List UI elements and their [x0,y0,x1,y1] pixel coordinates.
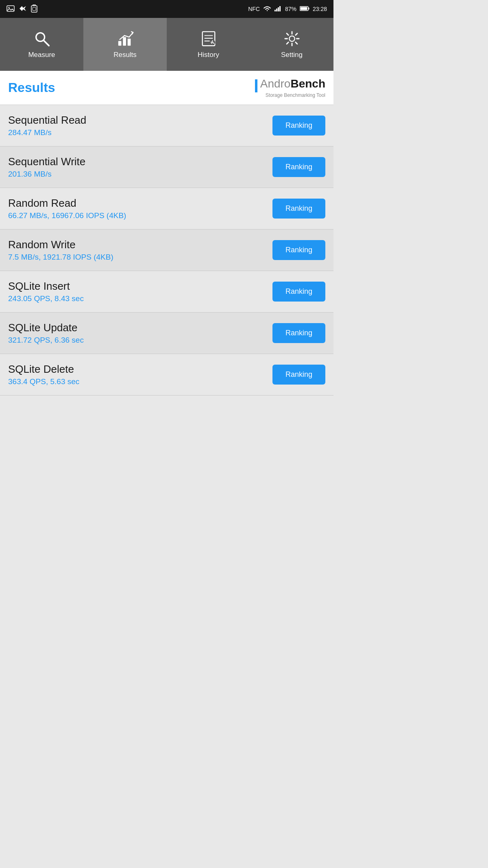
tab-setting-label: Setting [281,51,303,59]
wifi-icon [263,5,271,13]
result-value: 7.5 MB/s, 1921.78 IOPS (4KB) [8,253,272,262]
ranking-button[interactable]: Ranking [272,199,325,219]
result-info: SQLite Update321.72 QPS, 6.36 sec [8,321,272,345]
sim-icon [31,4,37,14]
status-bar-left [7,4,37,14]
time-display: 23:28 [313,6,327,12]
svg-line-12 [44,41,48,46]
tab-measure[interactable]: Measure [0,18,83,71]
result-info: Sequential Write201.36 MB/s [8,155,272,179]
result-item: Sequential Write201.36 MB/sRanking [0,146,333,188]
result-item: SQLite Delete363.4 QPS, 5.63 secRanking [0,354,333,396]
svg-rect-9 [308,8,309,10]
svg-rect-3 [33,7,36,11]
svg-point-21 [289,36,294,41]
logo-text: AndroBench [255,77,325,92]
image-icon [7,5,15,13]
result-name: SQLite Insert [8,280,272,293]
result-name: SQLite Delete [8,363,272,376]
search-icon [33,30,51,48]
ranking-button[interactable]: Ranking [272,116,325,136]
status-bar-right: NFC 87% 23:28 [248,5,327,13]
svg-rect-5 [276,9,277,11]
status-bar: NFC 87% 23:28 [0,0,333,18]
result-item: Random Write7.5 MB/s, 1921.78 IOPS (4KB)… [0,230,333,271]
result-item: Sequential Read284.47 MB/sRanking [0,105,333,146]
history-icon [200,30,218,48]
result-item: Random Read66.27 MB/s, 16967.06 IOPS (4K… [0,188,333,230]
results-list: Sequential Read284.47 MB/sRankingSequent… [0,105,333,396]
result-name: Random Write [8,238,272,251]
ranking-button[interactable]: Ranking [272,240,325,260]
result-value: 321.72 QPS, 6.36 sec [8,336,272,345]
ranking-button[interactable]: Ranking [272,282,325,302]
ranking-button[interactable]: Ranking [272,157,325,177]
page-title: Results [8,80,55,95]
result-item: SQLite Update321.72 QPS, 6.36 secRanking [0,313,333,354]
logo-subtitle: Storage Benchmarking Tool [266,92,325,98]
gear-icon [283,30,301,48]
svg-rect-14 [123,37,126,46]
svg-rect-6 [278,7,279,11]
result-name: Sequential Write [8,155,272,168]
result-value: 201.36 MB/s [8,170,272,179]
result-value: 243.05 QPS, 8.43 sec [8,294,272,303]
ranking-button[interactable]: Ranking [272,323,325,343]
result-name: Sequential Read [8,114,272,127]
battery-label: 87% [285,6,296,12]
logo-accent-bar [255,79,257,92]
result-name: SQLite Update [8,321,272,334]
svg-rect-10 [300,7,307,10]
tab-results-label: Results [113,51,137,59]
result-info: SQLite Delete363.4 QPS, 5.63 sec [8,363,272,386]
svg-rect-13 [118,41,121,46]
result-value: 363.4 QPS, 5.63 sec [8,377,272,386]
tab-results[interactable]: Results [83,18,167,71]
result-value: 284.47 MB/s [8,128,272,137]
result-name: Random Read [8,197,272,210]
battery-icon [300,6,309,12]
result-info: Random Read66.27 MB/s, 16967.06 IOPS (4K… [8,197,272,220]
result-info: SQLite Insert243.05 QPS, 8.43 sec [8,280,272,303]
svg-point-1 [9,7,10,8]
svg-rect-4 [274,10,276,11]
tab-measure-label: Measure [28,51,55,59]
swift-icon [19,4,27,14]
result-info: Sequential Read284.47 MB/s [8,114,272,137]
signal-icon [274,6,282,13]
ranking-button[interactable]: Ranking [272,365,325,385]
result-value: 66.27 MB/s, 16967.06 IOPS (4KB) [8,211,272,220]
tab-history-label: History [198,51,219,59]
logo-prefix: Andro [260,77,291,90]
svg-rect-2 [31,6,37,12]
result-info: Random Write7.5 MB/s, 1921.78 IOPS (4KB) [8,238,272,262]
app-logo: AndroBench Storage Benchmarking Tool [255,77,325,98]
svg-rect-15 [127,39,131,46]
tab-setting[interactable]: Setting [250,18,333,71]
nfc-label: NFC [248,6,260,12]
svg-rect-0 [7,6,14,11]
results-header: Results AndroBench Storage Benchmarking … [0,71,333,105]
nav-tabs: Measure Results [0,18,333,71]
logo-suffix: Bench [290,77,325,90]
chart-icon [116,30,134,48]
result-item: SQLite Insert243.05 QPS, 8.43 secRanking [0,271,333,313]
svg-rect-7 [279,6,281,11]
tab-history[interactable]: History [167,18,250,71]
